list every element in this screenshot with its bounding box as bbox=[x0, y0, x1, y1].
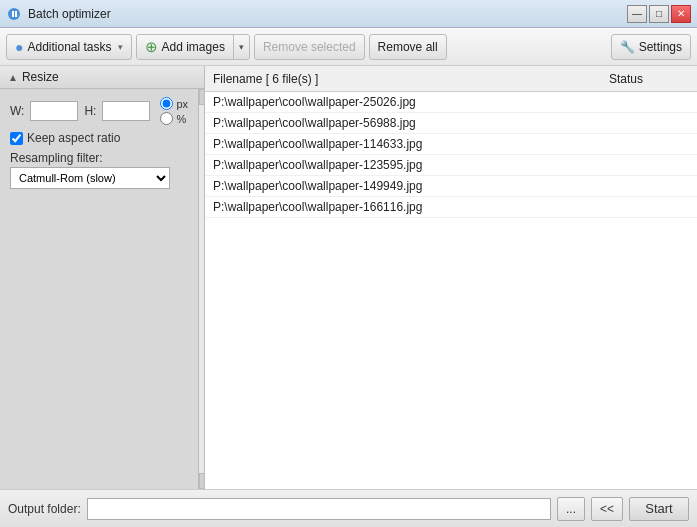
collapse-icon: ▲ bbox=[8, 72, 18, 83]
add-images-dropdown-button[interactable]: ▾ bbox=[234, 35, 249, 59]
additional-tasks-label: Additional tasks bbox=[27, 40, 111, 54]
table-row[interactable]: P:\wallpaper\cool\wallpaper-123595.jpg bbox=[205, 155, 697, 176]
resize-form: W: H: px % bbox=[0, 89, 198, 197]
unit-radio-group: px % bbox=[160, 97, 188, 125]
left-panel-content: W: H: px % bbox=[0, 89, 198, 489]
left-panel: ▲ Resize W: H: px bbox=[0, 66, 205, 489]
add-images-label: Add images bbox=[162, 40, 225, 54]
output-folder-label: Output folder: bbox=[8, 502, 81, 516]
additional-tasks-button[interactable]: ● Additional tasks ▾ bbox=[6, 34, 132, 60]
add-images-button[interactable]: ⊕ Add images bbox=[137, 35, 234, 59]
remove-all-label: Remove all bbox=[378, 40, 438, 54]
window-controls: — □ ✕ bbox=[627, 5, 691, 23]
remove-selected-label: Remove selected bbox=[263, 40, 356, 54]
maximize-button[interactable]: □ bbox=[649, 5, 669, 23]
back-button[interactable]: << bbox=[591, 497, 623, 521]
percent-label: % bbox=[176, 113, 186, 125]
table-row[interactable]: P:\wallpaper\cool\wallpaper-25026.jpg bbox=[205, 92, 697, 113]
resampling-group: Resampling filter: Catmull-Rom (slow) bbox=[10, 151, 188, 189]
left-panel-scroll: W: H: px % bbox=[0, 89, 204, 489]
resize-section-header[interactable]: ▲ Resize bbox=[0, 66, 204, 89]
px-radio[interactable] bbox=[160, 97, 173, 110]
resampling-select[interactable]: Catmull-Rom (slow) bbox=[10, 167, 170, 189]
keep-aspect-row[interactable]: Keep aspect ratio bbox=[10, 131, 188, 145]
window-title: Batch optimizer bbox=[28, 7, 111, 21]
w-label: W: bbox=[10, 104, 24, 118]
width-input[interactable] bbox=[30, 101, 78, 121]
file-list-header: Filename [ 6 file(s) ] Status bbox=[205, 66, 697, 92]
play-circle-icon: ● bbox=[15, 39, 23, 55]
px-radio-item[interactable]: px bbox=[160, 97, 188, 110]
file-path-cell: P:\wallpaper\cool\wallpaper-166116.jpg bbox=[213, 200, 609, 214]
resampling-label: Resampling filter: bbox=[10, 151, 188, 165]
remove-all-button[interactable]: Remove all bbox=[369, 34, 447, 60]
file-path-cell: P:\wallpaper\cool\wallpaper-56988.jpg bbox=[213, 116, 609, 130]
percent-radio[interactable] bbox=[160, 112, 173, 125]
scroll-down-button[interactable]: ▼ bbox=[199, 473, 204, 489]
bottom-bar: Output folder: ... << Start bbox=[0, 489, 697, 527]
settings-button[interactable]: 🔧 Settings bbox=[611, 34, 691, 60]
table-row[interactable]: P:\wallpaper\cool\wallpaper-56988.jpg bbox=[205, 113, 697, 134]
table-row[interactable]: P:\wallpaper\cool\wallpaper-149949.jpg bbox=[205, 176, 697, 197]
scroll-up-button[interactable]: ▲ bbox=[199, 89, 204, 105]
settings-icon: 🔧 bbox=[620, 40, 635, 54]
px-label: px bbox=[176, 98, 188, 110]
app-icon bbox=[6, 6, 22, 22]
settings-label: Settings bbox=[639, 40, 682, 54]
close-button[interactable]: ✕ bbox=[671, 5, 691, 23]
toolbar: ● Additional tasks ▾ ⊕ Add images ▾ Remo… bbox=[0, 28, 697, 66]
file-path-cell: P:\wallpaper\cool\wallpaper-114633.jpg bbox=[213, 137, 609, 151]
file-path-cell: P:\wallpaper\cool\wallpaper-25026.jpg bbox=[213, 95, 609, 109]
table-row[interactable]: P:\wallpaper\cool\wallpaper-166116.jpg bbox=[205, 197, 697, 218]
dropdown-arrow-icon: ▾ bbox=[118, 42, 123, 52]
file-list-body[interactable]: P:\wallpaper\cool\wallpaper-25026.jpg P:… bbox=[205, 92, 697, 489]
status-column-header: Status bbox=[609, 72, 689, 86]
keep-aspect-checkbox[interactable] bbox=[10, 132, 23, 145]
file-path-cell: P:\wallpaper\cool\wallpaper-123595.jpg bbox=[213, 158, 609, 172]
title-bar: Batch optimizer — □ ✕ bbox=[0, 0, 697, 28]
main-content: ▲ Resize W: H: px bbox=[0, 66, 697, 489]
dimensions-row: W: H: px % bbox=[10, 97, 188, 125]
add-images-group: ⊕ Add images ▾ bbox=[136, 34, 250, 60]
section-title: Resize bbox=[22, 70, 59, 84]
scroll-track bbox=[199, 105, 204, 473]
filename-column-header: Filename [ 6 file(s) ] bbox=[213, 72, 609, 86]
remove-selected-button[interactable]: Remove selected bbox=[254, 34, 365, 60]
output-path-input[interactable] bbox=[87, 498, 551, 520]
height-input[interactable] bbox=[102, 101, 150, 121]
left-scrollbar: ▲ ▼ bbox=[198, 89, 204, 489]
h-label: H: bbox=[84, 104, 96, 118]
keep-aspect-label: Keep aspect ratio bbox=[27, 131, 120, 145]
minimize-button[interactable]: — bbox=[627, 5, 647, 23]
start-button[interactable]: Start bbox=[629, 497, 689, 521]
percent-radio-item[interactable]: % bbox=[160, 112, 188, 125]
add-circle-icon: ⊕ bbox=[145, 38, 158, 56]
add-images-arrow-icon: ▾ bbox=[239, 42, 244, 52]
browse-button[interactable]: ... bbox=[557, 497, 585, 521]
file-path-cell: P:\wallpaper\cool\wallpaper-149949.jpg bbox=[213, 179, 609, 193]
right-panel: Filename [ 6 file(s) ] Status P:\wallpap… bbox=[205, 66, 697, 489]
table-row[interactable]: P:\wallpaper\cool\wallpaper-114633.jpg bbox=[205, 134, 697, 155]
